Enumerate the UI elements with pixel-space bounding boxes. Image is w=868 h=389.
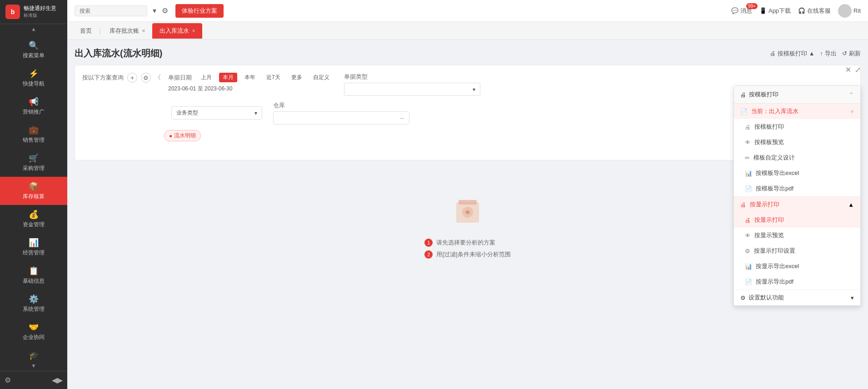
filter-settings-btn[interactable]: ⚙ — [141, 73, 151, 83]
messages-btn[interactable]: 💬 消息 99+ — [731, 7, 752, 15]
sidebar-scroll-down[interactable]: ▼ — [0, 361, 67, 371]
date-option-more[interactable]: 更多 — [288, 73, 306, 82]
sidebar-label-quick-nav: 快捷导航 — [23, 80, 45, 88]
filter-collapse-btn[interactable]: 《 — [155, 74, 161, 82]
business-type-select[interactable]: 业务类型 ▾ — [171, 106, 262, 120]
sidebar-item-operations[interactable]: 📊 经营管理 — [0, 233, 67, 261]
sidebar-scroll-up[interactable]: ▲ — [0, 24, 67, 34]
app-download-label: App下载 — [768, 7, 791, 15]
messages-badge: 99+ — [746, 3, 758, 9]
dropdown-display-settings[interactable]: ⚙ 按显示打印设置 — [734, 243, 860, 259]
solution-btn[interactable]: 体验行业方案 — [175, 4, 224, 18]
excel-icon-1: 📊 — [745, 170, 752, 177]
tab-flow[interactable]: 出入库流水 × — [152, 23, 202, 39]
topbar-dropdown-btn[interactable]: ▾ — [153, 6, 156, 15]
warehouse-select[interactable]: ··· — [273, 111, 409, 125]
printer-icon: 🖨 — [770, 50, 776, 57]
sidebar-item-cooperation[interactable]: 🤝 企业协同 — [0, 318, 67, 346]
dropdown-display-excel[interactable]: 📊 按显示导出excel — [734, 259, 860, 274]
business-type-field: 业务类型 ▾ — [171, 106, 262, 120]
dropdown-template-preview[interactable]: 👁 按模板预览 — [734, 135, 860, 150]
dropdown-display-print[interactable]: 🖨 按显示打印 — [734, 212, 860, 228]
display-section-header[interactable]: 🖨 按显示打印 ▲ — [734, 197, 860, 212]
date-option-custom[interactable]: 自定义 — [309, 73, 333, 82]
dropdown-expand-icon[interactable]: ⌃ — [849, 91, 854, 98]
window-expand-btn[interactable]: ⤢ — [855, 65, 861, 74]
dropdown-default-fn[interactable]: ⚙ 设置默认功能 ▾ — [734, 289, 860, 305]
print-icon-2: 🖨 — [745, 217, 751, 224]
dropdown-display-preview[interactable]: 👁 按显示预览 — [734, 228, 860, 243]
tab-batch-account-label: 库存批次账 — [110, 27, 139, 35]
sidebar-item-finance[interactable]: 💰 资金管理 — [0, 205, 67, 233]
settings-icon-2: ⚙ — [745, 248, 750, 254]
system-icon: ⚙️ — [29, 294, 39, 304]
sidebar-item-basic-info[interactable]: 📋 基础信息 — [0, 261, 67, 289]
sidebar-collapse-btn[interactable]: ◀▶ — [52, 376, 63, 384]
printer-header-icon: 🖨 — [740, 91, 746, 98]
dropdown-template-print[interactable]: 🖨 按模板打印 — [734, 119, 860, 135]
date-option-this-year[interactable]: 本年 — [241, 73, 259, 82]
sidebar-item-purchase[interactable]: 🛒 采购管理 — [0, 149, 67, 177]
sidebar-item-guide[interactable]: 🎓 新手引导 — [0, 346, 67, 361]
filter-label: 按以下方案查询 — [82, 74, 124, 82]
topbar-gear-icon[interactable]: ⚙ — [162, 6, 168, 15]
preview-icon-1: 👁 — [745, 139, 751, 146]
dropdown-template-export-excel[interactable]: 📊 按模板导出excel — [734, 165, 860, 181]
sidebar-item-system[interactable]: ⚙️ 系统管理 — [0, 289, 67, 318]
empty-step-2: 2 用[过滤]条件来缩小分析范围 — [424, 250, 510, 259]
tab-batch-account-close[interactable]: × — [142, 28, 145, 34]
tabbar: 首页 | 库存批次账 × 出入库流水 × — [67, 22, 868, 40]
logo-sub: 标准版 — [24, 12, 56, 19]
dropdown-display-pdf[interactable]: 📄 按显示导出pdf — [734, 274, 860, 289]
user-avatar-btn[interactable]: Rit — [838, 4, 861, 18]
sidebar-settings-btn[interactable]: ⚙ — [5, 376, 11, 384]
display-print-header-icon: 🖨 — [740, 201, 746, 208]
tab-home[interactable]: 首页 — [75, 23, 97, 39]
chevron-up-display: ▲ — [848, 201, 854, 208]
avatar — [838, 4, 852, 18]
app-download-btn[interactable]: 📱 App下载 — [759, 7, 791, 15]
date-filter-field: 单据日期 上月 本月 本年 近7天 更多 自定义 2023-06-01 至 20… — [168, 73, 333, 93]
sidebar-item-sales[interactable]: 💼 销售管理 — [0, 120, 67, 149]
export-btn[interactable]: ↑ 导出 — [820, 50, 837, 58]
chevron-up-icon: ▲ — [809, 50, 815, 57]
chevron-down-icon-2: ▾ — [254, 110, 257, 116]
pdf-icon-2: 📄 — [745, 279, 752, 285]
refresh-btn[interactable]: ↺ 刷新 — [842, 50, 861, 58]
sidebar-label-operations: 经营管理 — [23, 249, 45, 257]
date-option-7days[interactable]: 近7天 — [263, 73, 284, 82]
custom-icon: ✏ — [745, 155, 750, 161]
template-print-btn[interactable]: 🖨 按模板打印 ▲ — [770, 50, 815, 58]
purchase-icon: 🛒 — [29, 153, 39, 163]
logo-icon: b — [5, 5, 20, 19]
dropdown-display-section: 🖨 按显示打印 ▲ 🖨 按显示打印 👁 按显示预览 ⚙ 按显示打印设置 — [734, 196, 860, 289]
sidebar-item-inventory[interactable]: 📦 库存核算 — [0, 177, 67, 205]
sidebar-item-quick-nav[interactable]: ⚡ 快捷导航 — [0, 64, 67, 92]
dropdown-template-export-pdf[interactable]: 📄 按模板导出pdf — [734, 181, 860, 196]
dropdown-header: 🖨 按模板打印 ⌃ — [734, 86, 860, 104]
tab-batch-account[interactable]: 库存批次账 × — [102, 23, 152, 39]
sidebar-nav: 🔍 搜索菜单 ⚡ 快捷导航 📢 营销推广 💼 销售管理 🛒 采购管理 📦 库存核… — [0, 34, 67, 361]
page-actions: 🖨 按模板打印 ▲ ↑ 导出 ↺ 刷新 ✕ ⤢ — [770, 50, 861, 58]
filter-tag-flow[interactable]: ● 流水明细 — [164, 130, 201, 141]
tab-flow-label: 出入库流水 — [160, 27, 189, 35]
date-option-last-month[interactable]: 上月 — [197, 73, 215, 82]
empty-illustration — [449, 193, 486, 229]
sidebar-item-marketing[interactable]: 📢 营销推广 — [0, 92, 67, 120]
warehouse-label: 仓库 — [273, 101, 409, 110]
empty-steps: 1 请先选择要分析的方案 2 用[过滤]条件来缩小分析范围 — [424, 237, 510, 260]
tag-icon: ● — [169, 133, 172, 139]
sidebar-item-search[interactable]: 🔍 搜索菜单 — [0, 36, 67, 64]
online-service-btn[interactable]: 🎧 在线客服 — [798, 7, 831, 15]
dropdown-template-custom[interactable]: ✏ 模板自定义设计 — [734, 150, 860, 165]
date-option-this-month[interactable]: 本月 — [219, 73, 237, 82]
more-icon: ··· — [400, 115, 404, 121]
sales-icon: 💼 — [29, 125, 39, 135]
filter-add-btn[interactable]: + — [127, 73, 137, 83]
window-close-btn[interactable]: ✕ — [845, 65, 851, 74]
page-title: 出入库流水(流水明细) — [75, 47, 162, 60]
tab-flow-close[interactable]: × — [192, 28, 195, 34]
pdf-icon-1: 📄 — [745, 185, 752, 192]
topbar-search-input[interactable] — [75, 5, 147, 16]
bill-type-select[interactable]: ▾ — [344, 83, 480, 96]
